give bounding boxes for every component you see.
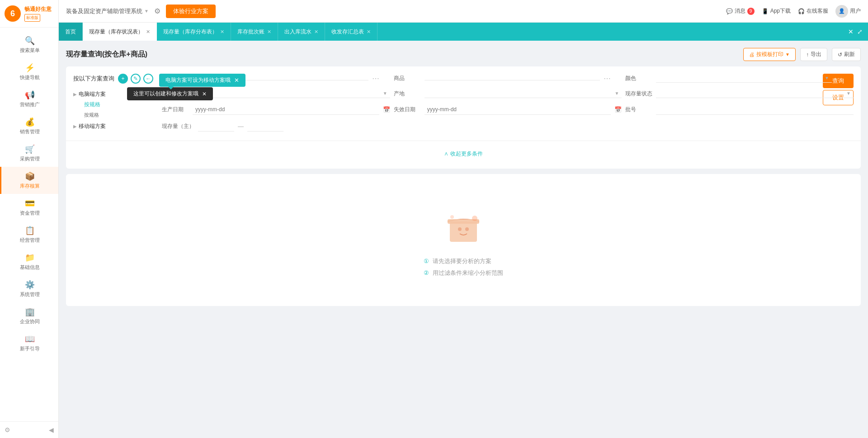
tab-close-inventory-status[interactable]: ✕ xyxy=(146,29,150,35)
sidebar-item-purchase[interactable]: 🛒 采购管理 xyxy=(0,140,58,167)
tab-inventory-status[interactable]: 现存量（库存状况表） ✕ xyxy=(83,23,157,41)
sidebar-item-basic[interactable]: 📁 基础信息 xyxy=(0,248,58,275)
export-label: 导出 xyxy=(811,51,821,58)
message-btn[interactable]: 💬 消息 9 xyxy=(726,7,755,15)
warehouse-dots[interactable]: ⋯ xyxy=(372,74,390,83)
sub-item-warehouse[interactable]: 按规格 xyxy=(84,111,155,119)
edit-tooltip-close[interactable]: ✕ xyxy=(202,91,207,97)
sidebar-item-marketing[interactable]: 📢 营销推广 xyxy=(0,85,58,113)
tab-close-inout-flow[interactable]: ✕ xyxy=(314,29,318,35)
stock-dash: — xyxy=(238,123,244,130)
logo-text: 畅通好生意 标准版 xyxy=(24,5,52,22)
batch-label: 批号 xyxy=(625,106,652,113)
stock-status-field: 现存量状态 ▼ xyxy=(625,89,854,98)
mobile-plan-item[interactable]: ▶ 移动端方案 xyxy=(73,121,155,132)
stock-status-select[interactable]: ▼ xyxy=(656,89,854,98)
collapse-bar[interactable]: ∧ 收起更多条件 xyxy=(73,146,854,161)
tab-inout-flow[interactable]: 出入库流水 ✕ xyxy=(278,23,325,41)
tabs-bar: 首页 现存量（库存状况表） ✕ 现存量（库存分布表） ✕ 库存批次账 ✕ 出入库… xyxy=(59,23,868,41)
system-name-text: 装备及固定资产辅助管理系统 xyxy=(66,7,142,15)
origin-select[interactable]: ▼ xyxy=(425,89,622,98)
tab-inout-flow-label: 出入库流水 xyxy=(284,28,311,36)
edit-plan-btn[interactable]: ✎ 这里可以创建和修改方案哦 ✕ xyxy=(131,74,141,84)
query-header: 按以下方案查询 + ✎ 这里可以创建和修改方案哦 ✕ ← xyxy=(73,74,155,84)
add-plan-btn[interactable]: + xyxy=(118,74,128,84)
stock-max-input[interactable] xyxy=(247,121,283,132)
batch-input[interactable] xyxy=(656,104,854,115)
stock-status-arrow: ▼ xyxy=(846,91,851,96)
desktop-plan-sub-item[interactable]: 按规格 xyxy=(73,99,155,110)
stock-min-input[interactable] xyxy=(198,121,234,132)
tab-inventory-dist-label: 现存量（库存分布表） xyxy=(163,28,217,36)
svg-point-4 xyxy=(472,216,477,221)
sidebar-label-system: 系统管理 xyxy=(20,291,40,298)
tab-inventory-dist[interactable]: 现存量（库存分布表） ✕ xyxy=(157,23,231,41)
sidebar-item-system[interactable]: ⚙️ 系统管理 xyxy=(0,275,58,302)
sidebar-item-sales[interactable]: 💰 销售管理 xyxy=(0,113,58,140)
sidebar-item-corp[interactable]: 🏢 企业协同 xyxy=(0,302,58,330)
svg-rect-0 xyxy=(450,221,477,242)
search-icon: 🔍 xyxy=(25,36,35,46)
empty-hint1: ① 请先选择要分析的方案 xyxy=(424,255,503,267)
settings-gear-icon[interactable]: ⚙ xyxy=(154,7,160,15)
logo-icon: 6 xyxy=(5,5,21,22)
prev-plan-btn[interactable]: ← xyxy=(143,74,153,84)
logo-title: 畅通好生意 xyxy=(24,5,52,13)
sidebar-item-guide[interactable]: 📖 新手引导 xyxy=(0,330,58,357)
page-actions: 🖨 按模板打印 ▼ ↑ 导出 ↺ 刷新 xyxy=(743,48,861,61)
header: 装备及固定资产辅助管理系统 ▼ ⚙ 体验行业方案 💬 消息 9 📱 App下载 … xyxy=(59,0,868,23)
produce-date-label: 生产日期 xyxy=(162,106,189,113)
solution-btn[interactable]: 体验行业方案 xyxy=(166,5,216,18)
collapse-sidebar-btn[interactable]: ◀ xyxy=(49,426,54,433)
tab-collect-summary[interactable]: 收发存汇总表 ✕ xyxy=(325,23,377,41)
sidebar-item-inventory[interactable]: 📦 库存核算 xyxy=(0,167,58,194)
phone-icon: 📱 xyxy=(762,8,769,14)
sidebar-item-quick[interactable]: ⚡ 快捷导航 xyxy=(0,58,58,85)
system-name-select[interactable]: 装备及固定资产辅助管理系统 ▼ xyxy=(66,7,149,15)
print-label: 按模板打印 xyxy=(756,51,783,58)
app-download-btn[interactable]: 📱 App下载 xyxy=(762,7,791,15)
settings-bottom-btn[interactable]: ⚙ xyxy=(5,426,10,433)
sidebar-item-search[interactable]: 🔍 搜索菜单 xyxy=(0,31,58,58)
marketing-icon: 📢 xyxy=(25,90,35,100)
tab-close-batch-account[interactable]: ✕ xyxy=(267,29,271,35)
expire-date-calendar-icon[interactable]: 📅 xyxy=(614,106,622,113)
print-btn[interactable]: 🖨 按模板打印 ▼ xyxy=(743,48,796,61)
refresh-btn[interactable]: ↺ 刷新 xyxy=(832,48,861,61)
produce-date-input[interactable] xyxy=(193,104,379,115)
online-service-label: 在线客服 xyxy=(807,7,828,15)
expand-tabs-btn[interactable]: ⤢ xyxy=(857,28,863,35)
close-all-tabs-btn[interactable]: ✕ xyxy=(848,28,854,35)
user-btn[interactable]: 👤 用户 xyxy=(835,5,861,18)
goods-field: 商品 xyxy=(394,75,600,82)
goods-dots[interactable]: ⋯ xyxy=(604,74,622,83)
color-select[interactable]: ▼ xyxy=(656,74,832,83)
add-tooltip-close[interactable]: ✕ xyxy=(234,77,239,84)
tab-batch-account-label: 库存批次账 xyxy=(237,28,264,36)
export-btn[interactable]: ↑ 导出 xyxy=(800,48,827,61)
produce-date-calendar-icon[interactable]: 📅 xyxy=(383,106,390,113)
sidebar-item-finance[interactable]: 💳 资金管理 xyxy=(0,194,58,221)
size-select[interactable]: ▼ xyxy=(193,89,390,98)
add-tooltip-text: 电脑方案可设为移动方案哦 xyxy=(165,76,231,84)
tab-home[interactable]: 首页 xyxy=(59,23,83,41)
sidebar-label-operation: 经营管理 xyxy=(20,237,40,244)
tab-close-inventory-dist[interactable]: ✕ xyxy=(220,29,224,35)
message-badge: 9 xyxy=(747,8,755,15)
goods-select[interactable] xyxy=(425,76,600,80)
tab-close-collect-summary[interactable]: ✕ xyxy=(367,29,371,35)
stock-status-label: 现存量状态 xyxy=(625,90,652,98)
query-section-label: 按以下方案查询 xyxy=(73,75,114,83)
size-arrow: ▼ xyxy=(383,91,387,96)
tab-collect-summary-label: 收发存汇总表 xyxy=(331,28,364,36)
print-icon: 🖨 xyxy=(749,52,755,58)
operation-icon: 📋 xyxy=(25,226,35,235)
query-header-btns: + ✎ 这里可以创建和修改方案哦 ✕ ← xyxy=(118,74,153,84)
mobile-plan-label: 移动端方案 xyxy=(79,122,106,130)
plan-section: 按以下方案查询 + ✎ 这里可以创建和修改方案哦 ✕ ← xyxy=(73,74,155,137)
basic-icon: 📁 xyxy=(25,253,35,263)
tab-batch-account[interactable]: 库存批次账 ✕ xyxy=(231,23,278,41)
expire-date-input[interactable] xyxy=(425,104,611,115)
online-service-btn[interactable]: 🎧 在线客服 xyxy=(798,7,828,15)
sidebar-item-operation[interactable]: 📋 经营管理 xyxy=(0,221,58,248)
